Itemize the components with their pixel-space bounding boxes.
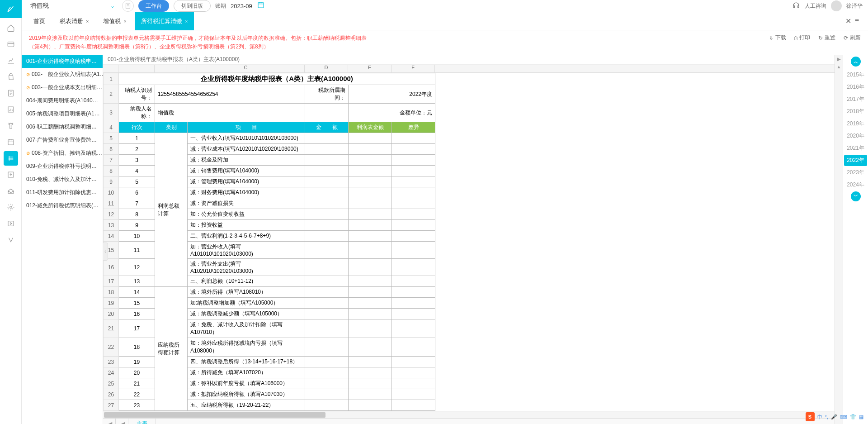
ime-mic-icon[interactable]: 🎤 — [831, 414, 837, 420]
year-scroll-up-icon[interactable]: ︽ — [851, 57, 861, 67]
tab-首页[interactable]: 首页 — [27, 12, 52, 30]
workspace-button[interactable]: 工作台 — [138, 0, 169, 12]
value-cell[interactable] — [305, 400, 349, 411]
form-list-item[interactable]: ⊘002-一般企业收入明细表(A1… — [22, 68, 103, 81]
ime-badge[interactable]: S — [806, 412, 815, 421]
value-cell[interactable] — [392, 209, 435, 220]
year-option[interactable]: 2023年 — [847, 167, 864, 178]
value-cell[interactable] — [392, 319, 435, 338]
value-cell[interactable] — [392, 155, 435, 166]
year-option[interactable]: 2019年 — [847, 118, 864, 129]
value-cell[interactable] — [392, 166, 435, 176]
close-icon[interactable]: × — [123, 19, 126, 24]
download-button[interactable]: ⇩ 下载 — [769, 34, 786, 42]
chevron-right-icon[interactable]: ▶ — [837, 57, 841, 62]
nav-doc-icon[interactable] — [4, 86, 18, 100]
form-list-item[interactable]: 005-纳税调整项目明细表(A1… — [22, 107, 103, 120]
value-cell[interactable] — [349, 209, 392, 220]
form-list-item[interactable]: 007-广告费和业务宣传费跨… — [22, 133, 103, 147]
year-option[interactable]: 2024年 — [847, 179, 864, 191]
value-cell[interactable] — [305, 389, 349, 400]
nav-report-icon[interactable] — [4, 102, 18, 117]
value-cell[interactable] — [392, 242, 435, 259]
form-list-item[interactable]: 006-职工薪酬纳税调整明细… — [22, 120, 103, 133]
sheet-tab-main[interactable]: 主表 — [128, 419, 156, 424]
tab-所得税汇算清缴[interactable]: 所得税汇算清缴× — [135, 12, 194, 30]
nav-tax-icon[interactable] — [4, 151, 18, 166]
year-scroll-down-icon[interactable]: ︾ — [851, 191, 861, 201]
value-cell[interactable] — [349, 298, 392, 309]
value-cell[interactable] — [349, 220, 392, 231]
value-cell[interactable] — [392, 259, 435, 276]
value-cell[interactable] — [392, 357, 435, 367]
value-cell[interactable] — [349, 259, 392, 276]
nav-chart-icon[interactable] — [4, 53, 18, 68]
value-cell[interactable] — [305, 287, 349, 298]
sheet-first-icon[interactable]: ◀ — [116, 419, 128, 424]
ime-skin-icon[interactable]: 👕 — [850, 414, 856, 420]
value-cell[interactable] — [392, 220, 435, 231]
value-cell[interactable] — [305, 242, 349, 259]
value-cell[interactable] — [349, 309, 392, 319]
value-cell[interactable] — [305, 367, 349, 378]
nav-v-icon[interactable] — [4, 233, 18, 247]
value-cell[interactable] — [392, 187, 435, 198]
form-list-item[interactable]: ⊘008-资产折旧、摊销及纳税… — [22, 147, 103, 160]
value-cell[interactable] — [349, 231, 392, 242]
ime-punct-icon[interactable]: °, — [825, 414, 828, 419]
tab-税表清册[interactable]: 税表清册× — [53, 12, 95, 30]
close-tab-icon[interactable]: ✕ — [845, 17, 851, 25]
tab-menu-icon[interactable]: ≡ — [855, 17, 859, 25]
vscroll-up-icon[interactable]: ▲ — [837, 64, 841, 69]
ime-lang[interactable]: 中 — [817, 414, 822, 420]
value-cell[interactable] — [349, 319, 392, 338]
value-cell[interactable] — [305, 198, 349, 209]
value-cell[interactable] — [349, 166, 392, 176]
value-cell[interactable] — [305, 231, 349, 242]
form-list-item[interactable]: 001-企业所得税年度纳税申… — [22, 55, 103, 68]
value-cell[interactable] — [392, 367, 435, 378]
value-cell[interactable] — [392, 287, 435, 298]
ime-keyboard-icon[interactable]: ⌨ — [840, 414, 847, 420]
value-cell[interactable] — [349, 133, 392, 144]
value-cell[interactable] — [349, 155, 392, 166]
value-cell[interactable] — [349, 357, 392, 367]
value-cell[interactable] — [349, 176, 392, 187]
form-list-item[interactable]: 012-减免所得税优惠明细表(… — [22, 199, 103, 212]
nav-card-icon[interactable] — [4, 37, 18, 52]
value-cell[interactable] — [349, 338, 392, 357]
value-cell[interactable] — [305, 276, 349, 287]
switch-old-button[interactable]: 切到旧版 — [174, 0, 211, 12]
value-cell[interactable] — [392, 133, 435, 144]
horizontal-scrollbar[interactable] — [103, 411, 835, 418]
value-cell[interactable] — [392, 144, 435, 155]
year-option[interactable]: 2021年 — [847, 143, 864, 154]
tab-增值税[interactable]: 增值税× — [97, 12, 132, 30]
value-cell[interactable] — [392, 389, 435, 400]
value-cell[interactable] — [349, 389, 392, 400]
value-cell[interactable] — [349, 367, 392, 378]
nav-video-icon[interactable] — [4, 216, 18, 231]
value-cell[interactable] — [305, 176, 349, 187]
form-list-item[interactable]: 011-研发费用加计扣除优惠… — [22, 186, 103, 199]
ime-menu-icon[interactable]: ▦ — [859, 414, 863, 420]
value-cell[interactable] — [305, 357, 349, 367]
year-option[interactable]: 2018年 — [847, 106, 864, 117]
form-list-item[interactable]: 004-期间费用明细表(A1040… — [22, 94, 103, 107]
print-button[interactable]: ⎙ 打印 — [794, 34, 810, 42]
nav-bag-icon[interactable] — [4, 70, 18, 84]
avatar[interactable] — [831, 0, 842, 11]
value-cell[interactable] — [392, 378, 435, 389]
value-cell[interactable] — [349, 276, 392, 287]
value-cell[interactable] — [392, 400, 435, 411]
value-cell[interactable] — [392, 309, 435, 319]
nav-calendar-icon[interactable] — [4, 135, 18, 149]
period-value[interactable]: 2023-09 — [231, 3, 252, 10]
round-icon-button[interactable] — [122, 0, 134, 12]
value-cell[interactable] — [392, 198, 435, 209]
value-cell[interactable] — [305, 155, 349, 166]
value-cell[interactable] — [305, 259, 349, 276]
value-cell[interactable] — [349, 287, 392, 298]
sheet-prev-icon[interactable]: ◀ — [103, 419, 116, 424]
calendar-icon[interactable] — [257, 1, 265, 11]
